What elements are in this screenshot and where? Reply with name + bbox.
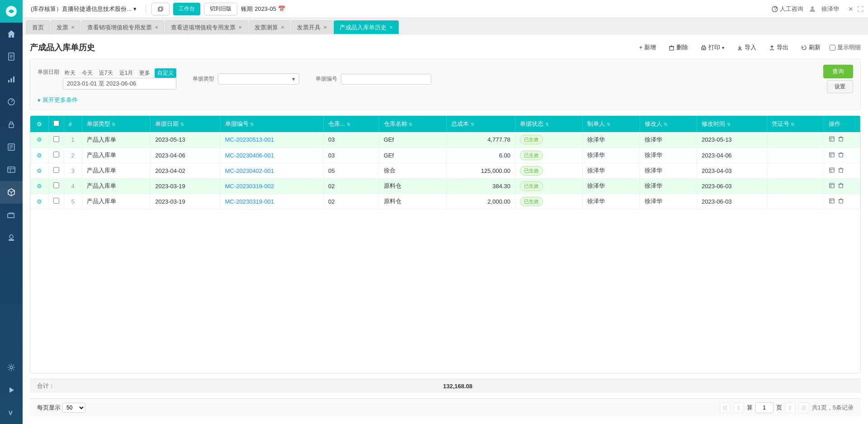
import-btn[interactable]: 导入 bbox=[733, 42, 760, 53]
td-code[interactable]: MC-20230319-001 bbox=[220, 194, 323, 209]
th-modify-time[interactable]: 修改时间 ⇅ bbox=[697, 116, 767, 132]
sidebar-item-home[interactable] bbox=[0, 23, 23, 45]
page-number-input[interactable] bbox=[755, 402, 774, 413]
sidebar-item-play[interactable] bbox=[0, 379, 23, 401]
sidebar-item-settings[interactable] bbox=[0, 356, 23, 379]
query-btn[interactable]: 查询 bbox=[823, 65, 853, 78]
td-settings[interactable]: ⚙ bbox=[30, 163, 48, 178]
td-checkbox[interactable] bbox=[48, 194, 64, 209]
th-date[interactable]: 单据日期 ⇅ bbox=[151, 116, 220, 132]
td-code[interactable]: MC-20230406-001 bbox=[220, 148, 323, 163]
row-code-link[interactable]: MC-20230406-001 bbox=[225, 152, 274, 159]
first-page-btn[interactable]: ⟨⟨ bbox=[720, 402, 731, 413]
export-btn[interactable]: 导出 bbox=[765, 42, 792, 53]
select-all-checkbox[interactable] bbox=[53, 120, 59, 126]
shortcut-today[interactable]: 今天 bbox=[80, 68, 94, 78]
tab-purchase-vat-close[interactable]: ✕ bbox=[238, 25, 242, 30]
td-settings[interactable]: ⚙ bbox=[30, 132, 48, 148]
copy-btn[interactable] bbox=[151, 3, 170, 15]
row-delete-icon[interactable] bbox=[838, 152, 844, 159]
workbench-btn[interactable]: 工作台 bbox=[173, 3, 200, 15]
row-code-link[interactable]: MC-20230513-001 bbox=[225, 136, 274, 143]
sidebar-item-bill[interactable] bbox=[0, 136, 23, 158]
sidebar-item-box[interactable] bbox=[0, 181, 23, 204]
prev-page-btn[interactable]: ⟨ bbox=[733, 402, 744, 413]
sidebar-item-factory[interactable] bbox=[0, 204, 23, 226]
sidebar-item-table[interactable] bbox=[0, 158, 23, 181]
td-settings[interactable]: ⚙ bbox=[30, 194, 48, 209]
th-creator[interactable]: 制单人 ⇅ bbox=[583, 116, 640, 132]
th-modifier[interactable]: 修改人 ⇅ bbox=[640, 116, 697, 132]
th-type[interactable]: 单据类型 ⇅ bbox=[82, 116, 151, 132]
td-checkbox[interactable] bbox=[48, 163, 64, 178]
td-settings[interactable]: ⚙ bbox=[30, 178, 48, 194]
row-checkbox-3[interactable] bbox=[53, 182, 59, 188]
row-checkbox-4[interactable] bbox=[53, 198, 59, 204]
tab-open-close[interactable]: ✕ bbox=[323, 25, 327, 30]
tab-warehouse-history-close[interactable]: ✕ bbox=[389, 25, 393, 30]
sidebar-item-stamp[interactable] bbox=[0, 226, 23, 249]
th-status[interactable]: 单据状态 ⇅ bbox=[515, 116, 582, 132]
th-settings[interactable]: ⚙ bbox=[30, 116, 48, 132]
switch-old-btn[interactable]: 切到旧版 bbox=[204, 3, 237, 15]
td-checkbox[interactable] bbox=[48, 178, 64, 194]
setting-btn[interactable]: 设置 bbox=[827, 80, 853, 93]
row-delete-icon[interactable] bbox=[838, 198, 844, 205]
sidebar-item-analytics[interactable] bbox=[0, 91, 23, 113]
tab-sales-vat-close[interactable]: ✕ bbox=[155, 25, 158, 30]
row-checkbox-2[interactable] bbox=[53, 167, 59, 173]
expand-more-btn[interactable]: ▾ 展开更多条件 bbox=[38, 96, 853, 104]
shortcut-7days[interactable]: 近7天 bbox=[97, 68, 115, 78]
td-settings[interactable]: ⚙ bbox=[30, 148, 48, 163]
row-checkbox-1[interactable] bbox=[53, 152, 59, 157]
refresh-btn[interactable]: 刷新 bbox=[797, 42, 824, 53]
row-edit-icon[interactable] bbox=[829, 152, 835, 159]
new-btn[interactable]: + 新增 bbox=[636, 42, 660, 53]
sidebar-item-chart[interactable] bbox=[0, 68, 23, 91]
print-dropdown-icon[interactable]: ▾ bbox=[722, 45, 724, 50]
shortcut-custom[interactable]: 自定义 bbox=[155, 68, 176, 78]
sidebar-item-v[interactable]: V bbox=[0, 401, 23, 424]
num-filter-input[interactable] bbox=[341, 74, 431, 85]
tab-invoice-close[interactable]: ✕ bbox=[71, 25, 75, 30]
th-total-cost[interactable]: 总成本 ⇅ bbox=[447, 116, 515, 132]
td-code[interactable]: MC-20230402-001 bbox=[220, 163, 323, 178]
row-edit-icon[interactable] bbox=[829, 167, 835, 175]
tab-warehouse-history[interactable]: 产成品入库单历史 ✕ bbox=[334, 20, 399, 34]
tab-home[interactable]: 首页 bbox=[26, 20, 50, 34]
user-name-btn[interactable]: 徐泽华 bbox=[821, 5, 839, 13]
close-window-icon[interactable]: ✕ bbox=[848, 5, 854, 13]
type-filter-select[interactable]: ▾ bbox=[218, 73, 299, 85]
td-checkbox[interactable] bbox=[48, 132, 64, 148]
tab-purchase-vat[interactable]: 查看进项增值税专用发票 ✕ bbox=[165, 20, 248, 34]
date-range-input[interactable]: 2023-01-01 至 2023-06-06 bbox=[63, 78, 176, 90]
print-btn[interactable]: 打印 ▾ bbox=[697, 42, 728, 53]
row-delete-icon[interactable] bbox=[838, 136, 844, 143]
user-avatar[interactable] bbox=[809, 5, 816, 13]
row-edit-icon[interactable] bbox=[829, 182, 835, 190]
tab-open[interactable]: 发票开具 ✕ bbox=[291, 20, 333, 34]
row-code-link[interactable]: MC-20230319-002 bbox=[225, 183, 274, 190]
sidebar-item-document[interactable] bbox=[0, 45, 23, 68]
calendar-icon[interactable]: 📅 bbox=[278, 5, 285, 12]
shortcut-1month[interactable]: 近1月 bbox=[118, 68, 135, 78]
th-voucher[interactable]: 凭证号 ⇅ bbox=[767, 116, 824, 132]
row-delete-icon[interactable] bbox=[838, 182, 844, 190]
row-checkbox-0[interactable] bbox=[53, 136, 59, 142]
row-delete-icon[interactable] bbox=[838, 167, 844, 175]
td-checkbox[interactable] bbox=[48, 148, 64, 163]
th-checkbox[interactable] bbox=[48, 116, 64, 132]
td-code[interactable]: MC-20230513-001 bbox=[220, 132, 323, 148]
tab-invoice[interactable]: 发票 ✕ bbox=[51, 20, 80, 34]
row-code-link[interactable]: MC-20230402-001 bbox=[225, 167, 274, 174]
row-edit-icon[interactable] bbox=[829, 198, 835, 205]
sidebar-item-lock[interactable] bbox=[0, 113, 23, 136]
tab-sales-vat[interactable]: 查看销项增值税专用发票 ✕ bbox=[81, 20, 164, 34]
last-page-btn[interactable]: ⟩⟩ bbox=[798, 402, 809, 413]
per-page-dropdown[interactable]: 50 20 100 bbox=[62, 403, 85, 413]
shortcut-yesterday[interactable]: 昨天 bbox=[63, 68, 77, 78]
help-btn[interactable]: ? 人工咨询 bbox=[772, 5, 803, 13]
th-code[interactable]: 单据编号 ⇅ bbox=[220, 116, 323, 132]
show-detail-checkbox[interactable] bbox=[830, 45, 835, 51]
delete-btn[interactable]: 删除 bbox=[665, 42, 692, 53]
